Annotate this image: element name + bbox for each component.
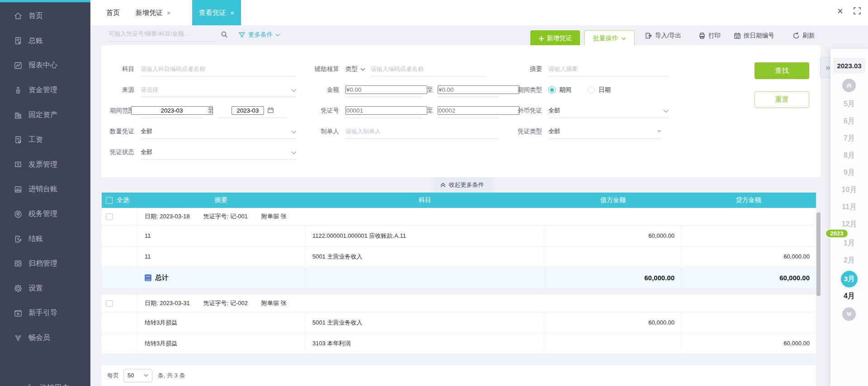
table-scrollbar[interactable]	[816, 212, 821, 296]
toolbar: 更多条件 新增凭证 批量操作 导入/导出 打印 按日期编号 刷新	[90, 25, 868, 46]
voucher-no-from-input[interactable]	[345, 106, 427, 115]
month-item[interactable]: 1月	[830, 239, 868, 248]
tab-view-voucher[interactable]: 查看凭证 ×	[192, 0, 241, 25]
clipped-total-row	[102, 353, 816, 364]
batch-operations-label: 批量操作	[593, 34, 618, 42]
table-row[interactable]: 11 1122.000001.000001 应收账款.A.11 60,000.0…	[102, 225, 816, 246]
source-label: 来源	[102, 86, 134, 94]
sidebar-item-closing[interactable]: 结账	[0, 226, 90, 251]
month-item[interactable]: 8月	[830, 151, 868, 160]
sidebar-item-label: 归档管理	[28, 259, 57, 268]
tab-close-icon[interactable]: ×	[167, 9, 171, 17]
row-checkbox[interactable]	[106, 213, 113, 220]
sidebar-item-fixed-assets[interactable]: 固定资产	[0, 103, 90, 127]
tab-close-icon[interactable]: ×	[230, 9, 234, 17]
month-item[interactable]: 9月	[830, 168, 868, 178]
table-header-row: 全选 摘要 科目 借方金额 贷方金额	[102, 193, 816, 208]
tab-home[interactable]: 首页	[106, 0, 120, 25]
subject-input[interactable]	[141, 66, 297, 72]
scroll-down-button[interactable]	[842, 307, 856, 321]
current-period-label: 2023.03	[833, 58, 865, 73]
sidebar-item-settings[interactable]: 设置	[0, 276, 90, 301]
sidebar-item-inventory-ledger[interactable]: 进销台账	[0, 177, 90, 202]
aux-type-select[interactable]: 类型	[345, 65, 365, 73]
source-select[interactable]: 请选择	[141, 83, 297, 97]
import-export-button[interactable]: 导入/导出	[645, 32, 681, 40]
sidebar-item-label: 首页	[28, 11, 43, 21]
scroll-up-button[interactable]	[842, 79, 856, 92]
payroll-doc-icon	[14, 135, 23, 144]
window-fullscreen-icon[interactable]	[854, 7, 861, 16]
sidebar-item-general-ledger[interactable]: 总账	[0, 28, 90, 53]
aux-input[interactable]	[371, 66, 486, 72]
select-all-checkbox[interactable]	[106, 197, 113, 204]
month-item[interactable]: 10月	[830, 185, 868, 195]
cell-subject: 3103 本年利润	[305, 333, 545, 353]
sidebar-item-report-center[interactable]: 报表中心	[0, 53, 90, 78]
sidebar-item-guide[interactable]: 新手引导	[0, 301, 90, 326]
row-checkbox[interactable]	[106, 300, 113, 307]
sidebar-item-label: 进销台账	[28, 184, 57, 194]
month-item[interactable]: 7月	[830, 134, 868, 143]
period-from-input[interactable]	[131, 106, 213, 115]
sidebar-item-payroll[interactable]: 工资	[0, 127, 90, 152]
month-item[interactable]: 6月	[830, 117, 868, 126]
month-item[interactable]: 11月	[830, 202, 868, 212]
qty-voucher-value: 全部	[141, 127, 152, 136]
cell-credit	[681, 312, 816, 333]
refresh-button[interactable]: 刷新	[793, 32, 815, 40]
more-filters-button[interactable]: 更多条件	[238, 31, 280, 39]
month-item[interactable]: 12月	[830, 220, 868, 229]
period-type-radio-period[interactable]: 期间	[548, 86, 571, 94]
table-row[interactable]: 结转3月损益 5001 主营业务收入 60,000.00	[102, 312, 816, 333]
search-icon	[221, 31, 228, 38]
sidebar-item-label: 资金管理	[28, 85, 57, 95]
search-button[interactable]	[221, 31, 228, 38]
period-type-radio-date[interactable]: 日期	[588, 86, 611, 94]
window-close-icon[interactable]: ×	[837, 5, 843, 17]
sidebar-item-funds[interactable]: 资金管理	[0, 78, 90, 103]
print-button[interactable]: 打印	[698, 32, 721, 40]
tab-new-voucher[interactable]: 新增凭证 ×	[136, 0, 171, 25]
cell-subject: 1122.000001.000001 应收账款.A.11	[305, 226, 545, 246]
invoice-icon	[14, 160, 23, 169]
sidebar-item-membership[interactable]: 畅会员	[0, 325, 90, 350]
batch-operations-button[interactable]: 批量操作	[584, 30, 635, 47]
calendar-icon[interactable]	[267, 107, 274, 115]
sidebar-item-tax[interactable]: 税务管理	[0, 202, 90, 226]
source-value: 请选择	[141, 86, 158, 94]
filter-panel: 科目 来源 请选择 期间范围 至 数量凭证	[102, 45, 821, 177]
sidebar-item-logout[interactable]: 注销用户	[0, 379, 90, 386]
sidebar-item-home[interactable]: 首页	[0, 4, 90, 28]
sidebar-item-invoice[interactable]: 发票管理	[0, 152, 90, 177]
number-by-date-button[interactable]: 按日期编号	[734, 32, 774, 40]
foreign-currency-select[interactable]: 全部	[548, 104, 669, 118]
sidebar-item-label: 报表中心	[28, 61, 57, 70]
sidebar-item-archive[interactable]: 归档管理	[0, 251, 90, 276]
plus-icon	[538, 36, 544, 42]
summary-input[interactable]	[548, 66, 669, 72]
total-label: 总计	[155, 273, 169, 282]
table-row[interactable]: 结转3月损益 3103 本年利润 60,000.00	[102, 333, 816, 353]
table-row[interactable]: 11 5001 主营业务收入 60,000.00	[102, 246, 816, 267]
month-item[interactable]: 5月	[830, 99, 868, 109]
voucher-status-select[interactable]: 全部	[141, 145, 297, 160]
vip-member-icon	[14, 334, 23, 343]
per-page-select[interactable]: 50	[123, 369, 152, 382]
collapse-filters-button[interactable]: 收起更多条件	[431, 177, 493, 193]
find-button[interactable]: 查找	[755, 62, 809, 79]
preparer-input[interactable]	[345, 128, 499, 135]
period-to-input[interactable]	[231, 106, 264, 115]
reset-button[interactable]: 重置	[755, 91, 809, 108]
voucher-type-select[interactable]: 全部	[548, 124, 661, 139]
cell-credit: 60,000.00	[681, 333, 816, 353]
search-input[interactable]	[108, 30, 217, 37]
month-item[interactable]: 2月	[830, 256, 868, 265]
period-to-field[interactable]	[218, 104, 287, 118]
amount-from-input[interactable]	[345, 85, 427, 94]
qty-voucher-select[interactable]: 全部	[141, 124, 297, 139]
add-voucher-button[interactable]: 新增凭证	[530, 30, 580, 47]
aux-label: 辅助核算	[289, 65, 339, 73]
month-item[interactable]: 4月	[830, 292, 868, 301]
month-item-active[interactable]: 3月	[841, 271, 858, 287]
